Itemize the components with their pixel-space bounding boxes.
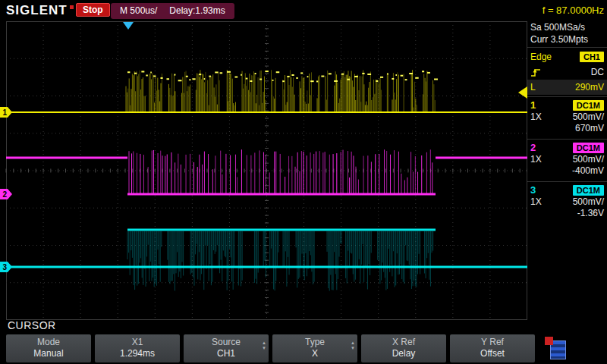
menu-title: CURSOR — [8, 319, 56, 331]
channel-coupling-chip: DC1M — [573, 100, 604, 111]
channel-number: 1 — [530, 99, 536, 111]
channel-coupling-chip: DC1M — [573, 185, 604, 196]
top-status-bar: SIGLENT Stop M 500us/ Delay:1.93ms f = 8… — [0, 0, 607, 21]
svg-text:1: 1 — [3, 108, 8, 117]
softkey-yref[interactable]: Y Ref Offset — [450, 334, 535, 362]
softkey-value: CH1 — [184, 348, 269, 359]
softkey-label: Mode — [6, 337, 91, 347]
channel-probe: 1X — [530, 196, 542, 208]
trigger-coupling[interactable]: DC — [591, 66, 604, 78]
channel-probe: 1X — [530, 153, 542, 165]
channel-vdiv: 500mV/ — [573, 153, 604, 165]
timebase-bar: M 500us/ Delay:1.93ms — [111, 3, 234, 19]
device-status-icon — [545, 336, 568, 359]
softkey-value: Offset — [450, 348, 535, 359]
trigger-level-value: 290mV — [575, 81, 604, 93]
channel-offset: 670mV — [530, 123, 604, 134]
trigger-type[interactable]: Edge — [530, 51, 552, 63]
updown-arrows-icon: ▲▼ — [351, 340, 355, 351]
sample-rate: Sa 500MSa/s — [527, 21, 607, 33]
divider — [527, 47, 607, 48]
brand-logo: SIGLENT — [6, 3, 68, 18]
channel-vdiv: 500mV/ — [573, 196, 604, 208]
softkey-label: Source — [184, 337, 269, 347]
trigger-level-marker[interactable] — [518, 86, 527, 99]
trigger-position-marker[interactable] — [123, 22, 134, 30]
channel-offset: -400mV — [530, 165, 604, 177]
timebase-value: M 500us/ — [120, 5, 157, 16]
svg-text:2: 2 — [3, 190, 8, 199]
waveform-display: 123 — [0, 21, 527, 320]
trigger-coupling-row: DC — [527, 64, 607, 80]
svg-text:3: 3 — [3, 263, 8, 271]
softkey-label: X Ref — [361, 337, 446, 347]
softkey-xref[interactable]: X Ref Delay — [361, 334, 446, 362]
channel-vdiv: 500mV/ — [573, 111, 604, 123]
softkey-menu: Mode Manual X1 1.294ms Source CH1 ▲▼ Typ… — [0, 334, 607, 364]
oscilloscope-screen: SIGLENT Stop M 500us/ Delay:1.93ms f = 8… — [0, 0, 607, 364]
trigger-source-chip[interactable]: CH1 — [580, 52, 604, 62]
softkey-source[interactable]: Source CH1 ▲▼ — [184, 334, 269, 362]
softkey-value: Delay — [361, 348, 446, 359]
channel-info-ch3[interactable]: 3 DC1M 1X 500mV/ -1.36V — [527, 181, 607, 222]
rising-edge-icon — [530, 67, 541, 77]
channel-coupling-chip: DC1M — [573, 143, 604, 153]
memory-depth: Curr 3.50Mpts — [527, 33, 607, 46]
softkey-label: Type — [272, 337, 357, 347]
channel-offset: -1.36V — [530, 208, 604, 219]
right-info-panel: Sa 500MSa/s Curr 3.50Mpts Edge CH1 DC L … — [527, 21, 607, 332]
record-indicator-icon — [545, 337, 553, 345]
run-state-badge[interactable]: Stop — [76, 3, 110, 17]
updown-arrows-icon: ▲▼ — [262, 340, 266, 351]
softkey-value: X — [272, 348, 357, 359]
channel-info-ch2[interactable]: 2 DC1M 1X 500mV/ -400mV — [527, 139, 607, 180]
trigger-type-row: Edge CH1 — [527, 49, 607, 64]
softkey-type[interactable]: Type X ▲▼ — [272, 334, 357, 362]
channel-number: 3 — [530, 184, 536, 196]
softkey-mode[interactable]: Mode Manual — [6, 334, 91, 362]
channel-number: 2 — [530, 142, 536, 153]
channel-probe: 1X — [530, 111, 542, 123]
channel-info-ch1[interactable]: 1 DC1M 1X 500mV/ 670mV — [527, 96, 607, 137]
softkey-x1[interactable]: X1 1.294ms — [95, 334, 180, 362]
frequency-counter: f = 87.0000Hz — [543, 5, 604, 16]
softkey-value: 1.294ms — [95, 348, 180, 359]
softkey-label: X1 — [95, 337, 180, 347]
trigger-level-row: L 290mV — [527, 80, 607, 95]
trigger-level-label: L — [530, 81, 536, 93]
softkey-value: Manual — [6, 348, 91, 359]
softkey-label: Y Ref — [450, 337, 535, 347]
brand-accent — [70, 5, 74, 9]
delay-value: Delay:1.93ms — [169, 5, 225, 16]
